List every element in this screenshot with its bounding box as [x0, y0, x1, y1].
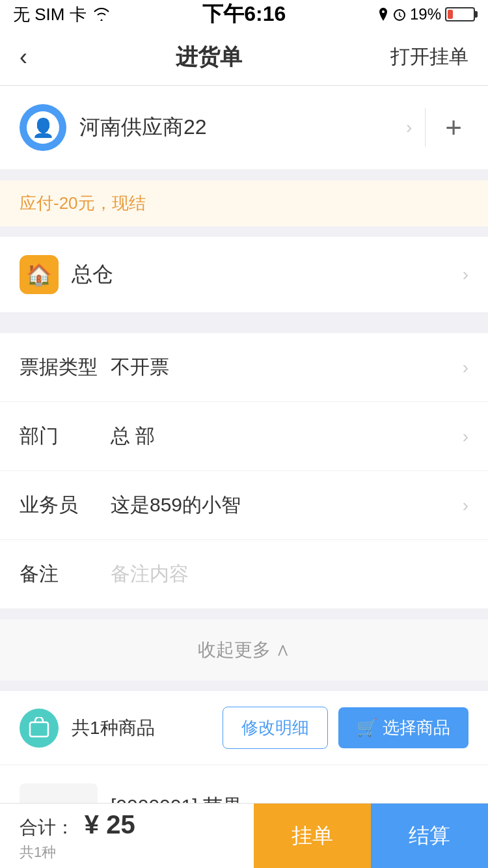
product-section-icon — [20, 709, 59, 748]
status-time: 下午6:16 — [202, 0, 286, 29]
dept-value: 总 部 — [111, 423, 463, 450]
total-sub: 共1种 — [20, 843, 234, 862]
sales-value: 这是859的小智 — [111, 492, 463, 519]
dept-chevron-icon: › — [463, 426, 468, 447]
collapse-label: 收起更多 ∧ — [198, 640, 291, 660]
form-card: 票据类型 不开票 › 部门 总 部 › 业务员 这是859的小智 › 备注 备注… — [0, 333, 488, 609]
notice-text: 应付-20元，现结 — [20, 193, 146, 213]
warehouse-row[interactable]: 🏠 总仓 › — [0, 237, 488, 312]
supplier-avatar: 👤 — [20, 104, 66, 151]
status-right: 19% — [377, 5, 475, 23]
collapse-bar[interactable]: 收起更多 ∧ — [0, 619, 488, 681]
warehouse-chevron-icon: › — [463, 264, 468, 285]
warehouse-name: 总仓 — [72, 260, 463, 289]
select-product-label: 选择商品 — [383, 716, 450, 739]
back-button[interactable]: ‹ — [20, 44, 27, 71]
total-section: 合计： ¥ 25 共1种 — [0, 810, 254, 862]
alarm-icon — [393, 7, 406, 21]
avatar-inner: 👤 — [27, 111, 59, 144]
wifi-icon — [92, 7, 111, 21]
supplier-row[interactable]: 👤 河南供应商22 › + — [0, 86, 488, 170]
total-row: 合计： ¥ 25 — [20, 810, 234, 840]
edit-detail-button[interactable]: 修改明细 — [223, 707, 328, 749]
battery-fill — [448, 10, 453, 19]
page-title: 进货单 — [176, 42, 242, 72]
supplier-name: 河南供应商22 — [79, 113, 406, 142]
location-icon — [377, 7, 389, 21]
warehouse-icon: 🏠 — [20, 255, 59, 294]
status-bar: 无 SIM 卡 下午6:16 19% — [0, 0, 488, 29]
sales-label: 业务员 — [20, 492, 111, 519]
separator — [0, 323, 488, 333]
open-hold-button[interactable]: 打开挂单 — [390, 44, 468, 70]
select-product-button[interactable]: 🛒 选择商品 — [338, 707, 468, 748]
remark-input[interactable]: 备注内容 — [111, 561, 468, 588]
nav-bar: ‹ 进货单 打开挂单 — [0, 29, 488, 86]
svg-point-0 — [382, 10, 385, 13]
total-amount: ¥ 25 — [85, 810, 135, 839]
add-supplier-button[interactable]: + — [439, 111, 468, 144]
bottom-bar: 合计： ¥ 25 共1种 挂单 结算 — [0, 803, 488, 868]
product-count-label: 共1种商品 — [72, 716, 223, 740]
supplier-chevron-icon: › — [406, 117, 412, 138]
battery-icon — [445, 7, 475, 21]
divider — [425, 108, 426, 147]
remark-row[interactable]: 备注 备注内容 — [0, 540, 488, 609]
invoice-chevron-icon: › — [463, 357, 468, 378]
invoice-label: 票据类型 — [20, 354, 111, 381]
supplier-card: 👤 河南供应商22 › + — [0, 86, 488, 170]
status-left: 无 SIM 卡 — [13, 3, 111, 26]
dept-label: 部门 — [20, 423, 111, 450]
hold-button[interactable]: 挂单 — [254, 804, 371, 869]
remark-label: 备注 — [20, 561, 111, 588]
checkout-button[interactable]: 结算 — [371, 804, 488, 869]
total-label: 合计： — [20, 817, 74, 837]
sales-row[interactable]: 业务员 这是859的小智 › — [0, 471, 488, 540]
svg-rect-2 — [30, 722, 48, 737]
sales-chevron-icon: › — [463, 495, 468, 516]
invoice-value: 不开票 — [111, 354, 463, 381]
avatar-person-icon: 👤 — [32, 117, 55, 139]
cart-icon: 🛒 — [357, 718, 377, 738]
content-area: 👤 河南供应商22 › + 应付-20元，现结 🏠 总仓 › 票据类型 不开票 … — [0, 86, 488, 868]
carrier-text: 无 SIM 卡 — [13, 3, 87, 26]
battery-text: 19% — [410, 5, 441, 23]
notice-bar: 应付-20元，现结 — [0, 180, 488, 226]
invoice-row[interactable]: 票据类型 不开票 › — [0, 333, 488, 402]
product-header: 共1种商品 修改明细 🛒 选择商品 — [0, 691, 488, 765]
dept-row[interactable]: 部门 总 部 › — [0, 402, 488, 471]
